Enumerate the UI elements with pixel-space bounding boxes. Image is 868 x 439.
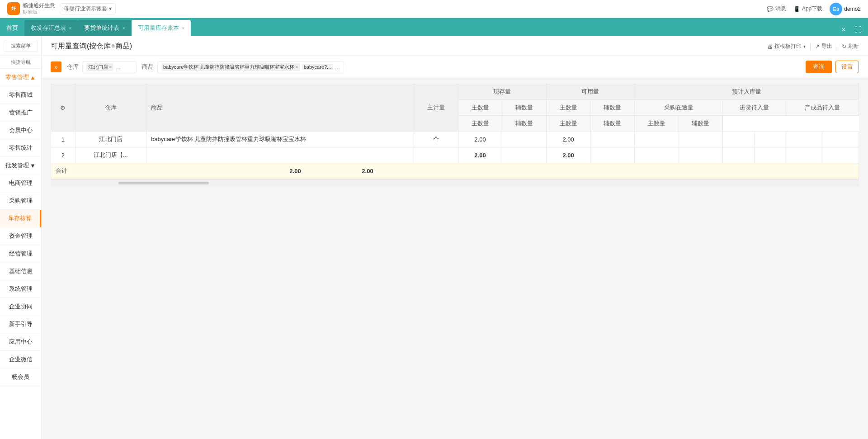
- tenant-selector[interactable]: 母婴行业演示账套 ▾: [60, 3, 116, 14]
- scrollbar-thumb[interactable]: [118, 182, 209, 184]
- th-product: 商品: [146, 84, 414, 132]
- product-tag-2-value: babycare?...: [304, 64, 331, 70]
- sidebar-item-system[interactable]: 系统管理: [0, 280, 41, 298]
- print-button[interactable]: 🖨 按模板打印 ▾: [767, 42, 806, 50]
- th-cs-sub: 辅数量: [502, 100, 547, 116]
- sidebar-item-wholesale-label: 批发管理: [5, 161, 29, 170]
- message-label: 消息: [775, 5, 786, 13]
- th-cs-main: 主数量: [458, 100, 502, 116]
- cell-fp-sub-1: [822, 132, 859, 147]
- settings-icon: ⚙: [60, 104, 66, 111]
- setting-button[interactable]: 设置: [835, 61, 859, 73]
- tab-inventory[interactable]: 可用量库存账本 ×: [132, 20, 191, 36]
- th-unit: 主计量: [414, 84, 458, 132]
- nav-right-buttons: × ⛶: [834, 24, 868, 36]
- th-fp-main: 主数量: [634, 116, 679, 132]
- tab-receipt[interactable]: 收发存汇总表 ×: [24, 20, 78, 36]
- tab-order[interactable]: 要货单统计表 ×: [78, 20, 131, 36]
- sidebar-item-retail-shop-label: 零售商城: [9, 91, 33, 99]
- table-area: ⚙ 仓库 商品 主计量 现存量 可用量 预计入库量 主数量 辅数量 主数量 辅数…: [42, 78, 868, 439]
- sidebar-item-retail-shop[interactable]: 零售商城: [0, 86, 41, 104]
- sidebar-item-stock[interactable]: 库存核算: [0, 210, 41, 227]
- cell-gp-main-2: [723, 147, 755, 163]
- table-footer: 合计 2.00 2.00: [51, 163, 859, 179]
- product-filter-input[interactable]: babycare学饮杯 儿童防摔防撞吸管杯重力球吸嘴杯宝宝水杯 × babyca…: [157, 61, 344, 73]
- tab-order-close-icon[interactable]: ×: [122, 25, 125, 31]
- sidebar-item-retail[interactable]: 零售管理 ▲: [0, 69, 41, 86]
- th-settings[interactable]: ⚙: [51, 84, 75, 132]
- cell-gp-sub-2: [755, 147, 786, 163]
- cell-pt-main-1: [634, 132, 679, 147]
- app-download-button[interactable]: 📱 App下载: [793, 5, 822, 13]
- th-pt-sub: 辅数量: [502, 116, 547, 132]
- filter-actions: 查询 设置: [806, 61, 859, 73]
- tab-home[interactable]: 首页: [0, 20, 24, 36]
- cell-warehouse-2: 江北门店【...: [75, 147, 146, 163]
- tab-receipt-label: 收发存汇总表: [31, 24, 66, 32]
- th-warehouse: 仓库: [75, 84, 146, 132]
- cell-cs-sub-2: [502, 147, 547, 163]
- scrollbar-area[interactable]: [51, 179, 859, 186]
- query-button[interactable]: 查询: [806, 61, 832, 73]
- warehouse-tag-value: 江北门店: [88, 64, 108, 71]
- cell-product-1: babycare学饮杯 儿童防摔防撞吸管杯重力球吸嘴杯宝宝水杯: [146, 132, 414, 147]
- logo-icon: 好: [7, 2, 20, 15]
- cell-pt-main-2: [634, 147, 679, 163]
- sidebar-item-operation[interactable]: 经营管理: [0, 245, 41, 263]
- sidebar-item-finance[interactable]: 资金管理: [0, 227, 41, 245]
- app-icon: 📱: [793, 6, 800, 12]
- sidebar-item-marketing[interactable]: 营销推广: [0, 104, 41, 122]
- main-layout: 搜索菜单 快捷导航 零售管理 ▲ 零售商城 营销推广 会员中心 零售统计 批发管…: [0, 36, 868, 439]
- page-title-row: 可用量查询(按仓库+商品) 🖨 按模板打印 ▾ ↗ 导出 ↻: [51, 42, 859, 56]
- content-area: 可用量查询(按仓库+商品) 🖨 按模板打印 ▾ ↗ 导出 ↻: [42, 36, 868, 439]
- cell-cs-sub-1: [502, 132, 547, 147]
- tab-inventory-close-icon[interactable]: ×: [182, 25, 184, 31]
- product-more-icon[interactable]: ...: [335, 63, 340, 71]
- tenant-chevron-icon: ▾: [109, 5, 112, 12]
- sidebar-item-appstore[interactable]: 应用中心: [0, 333, 41, 351]
- sidebar-item-vip[interactable]: 畅会员: [0, 368, 41, 386]
- sidebar-item-operation-label: 经营管理: [9, 250, 33, 258]
- sidebar-item-appstore-label: 应用中心: [9, 338, 33, 346]
- sidebar-item-basic[interactable]: 基础信息: [0, 263, 41, 280]
- sidebar-item-enterprise[interactable]: 企业协同: [0, 298, 41, 316]
- page-title: 可用量查询(按仓库+商品): [51, 42, 132, 51]
- close-tab-icon[interactable]: ×: [837, 24, 850, 36]
- sidebar-item-wholesale[interactable]: 批发管理 ▼: [0, 157, 41, 175]
- sidebar-item-purchase[interactable]: 采购管理: [0, 192, 41, 210]
- th-gp-main: 主数量: [546, 116, 590, 132]
- product-tag-1-value: babycare学饮杯 儿童防摔防撞吸管杯重力球吸嘴杯宝宝水杯: [163, 64, 294, 71]
- export-button[interactable]: ↗ 导出: [815, 42, 832, 50]
- cell-cs-main-2: 2.00: [458, 147, 502, 163]
- product-tag-1: babycare学饮杯 儿童防摔防撞吸管杯重力球吸嘴杯宝宝水杯 ×: [161, 63, 300, 71]
- tab-receipt-close-icon[interactable]: ×: [69, 25, 71, 31]
- search-menu-button[interactable]: 搜索菜单: [4, 40, 38, 52]
- sidebar-item-finance-label: 资金管理: [9, 232, 33, 240]
- sidebar-item-wechat[interactable]: 企业微信: [0, 351, 41, 368]
- sidebar-item-stock-label: 库存核算: [8, 214, 32, 222]
- page-actions: 🖨 按模板打印 ▾ ↗ 导出 ↻ 刷新: [767, 42, 859, 50]
- cell-product-2: [146, 147, 414, 163]
- user-profile[interactable]: Ea demo2: [830, 3, 861, 15]
- table-row: 2 江北门店【... 2.00 2.00: [51, 147, 859, 163]
- warehouse-tag-remove-icon[interactable]: ×: [109, 64, 112, 70]
- sidebar-item-newbie[interactable]: 新手引导: [0, 316, 41, 333]
- top-bar: 好 畅捷通好生意 标准版 母婴行业演示账套 ▾ 💬 消息 📱 App下载 Ea …: [0, 0, 868, 18]
- expand-icon[interactable]: ⛶: [852, 24, 864, 36]
- message-button[interactable]: 💬 消息: [767, 5, 786, 13]
- sidebar-item-ecommerce[interactable]: 电商管理: [0, 175, 41, 192]
- sidebar-item-member[interactable]: 会员中心: [0, 122, 41, 139]
- sidebar-item-basic-label: 基础信息: [9, 267, 33, 275]
- refresh-button[interactable]: ↻ 刷新: [842, 42, 859, 50]
- filter-expand-button[interactable]: »: [51, 61, 61, 72]
- sidebar-item-retail-stat[interactable]: 零售统计: [0, 139, 41, 157]
- sidebar-item-quick-nav[interactable]: 快捷导航: [0, 56, 41, 69]
- sidebar-item-wechat-label: 企业微信: [9, 355, 33, 363]
- cell-unit-2: [414, 147, 458, 163]
- warehouse-more-icon[interactable]: ...: [115, 63, 121, 71]
- tab-inventory-label: 可用量库存账本: [138, 24, 179, 32]
- cell-gp-main-1: [723, 132, 755, 147]
- product-tag-1-remove-icon[interactable]: ×: [295, 64, 298, 70]
- th-av-main: 主数量: [546, 100, 590, 116]
- warehouse-filter-input[interactable]: 江北门店 × ...: [82, 61, 137, 73]
